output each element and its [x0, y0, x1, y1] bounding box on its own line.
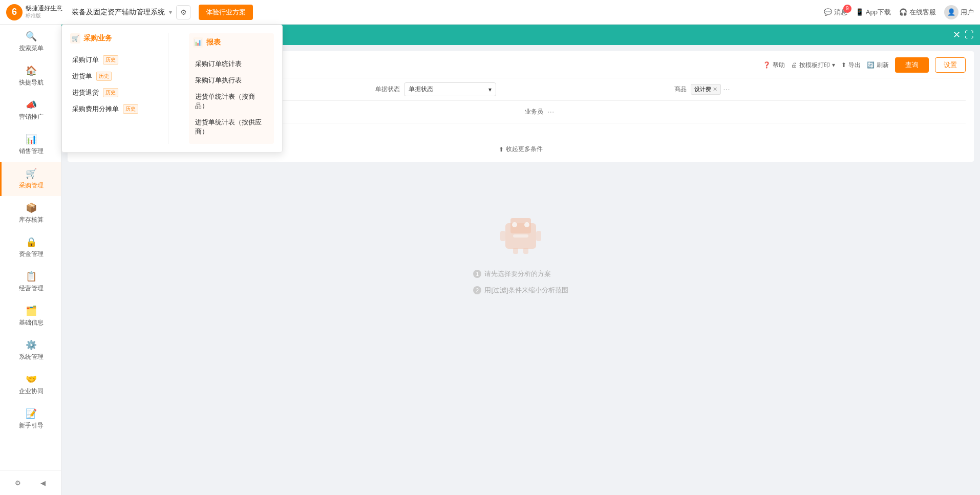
svg-rect-8 — [523, 248, 528, 254]
purchase-icon: 🛒 — [26, 168, 37, 179]
dropdown-overlay: 🛒 采购业务 采购订单 历史 进货单 历史 进货退货 历史 采购费用分摊单 历史 — [61, 25, 283, 153]
enterprise-icon: 🤝 — [26, 374, 37, 385]
settings-btn[interactable]: 设置 — [935, 57, 966, 73]
sidebar-item-sales[interactable]: 📊 销售管理 — [0, 127, 61, 162]
refresh-icon: 🔄 — [867, 61, 875, 69]
doc-status-filter-group: 单据状态 单据状态 ▾ — [375, 82, 667, 96]
app-download-btn[interactable]: 📱 App下载 — [856, 8, 891, 17]
hint1-icon: 1 — [473, 270, 481, 278]
print-arrow-icon: ▾ — [832, 61, 835, 69]
sidebar-collapse-btn[interactable]: ◀ — [36, 476, 50, 490]
sidebar-bottom: ⚙ ◀ — [0, 470, 61, 495]
menu-item-purchase-expense[interactable]: 采购费用分摊单 历史 — [70, 101, 147, 117]
operation-icon: 📋 — [26, 271, 37, 282]
sidebar-settings-btn[interactable]: ⚙ — [11, 476, 25, 490]
hint2-icon: 2 — [473, 286, 481, 294]
collapse-up-icon: ⬆ — [499, 146, 504, 153]
purchase-menu-section: 🛒 采购业务 采购订单 历史 进货单 历史 进货退货 历史 采购费用分摊单 历史 — [70, 33, 147, 144]
industry-btn[interactable]: 体验行业方案 — [199, 5, 253, 20]
menu-item-purchase-order-stat[interactable]: 采购订单统计表 — [193, 56, 270, 72]
tab-expand-icon[interactable]: ⛶ — [965, 30, 974, 40]
inventory-icon: 📦 — [26, 202, 37, 213]
menu-item-receipt-stat-supplier[interactable]: 进货单统计表（按供应商） — [193, 114, 270, 140]
menu-item-receipt-stat-goods[interactable]: 进货单统计表（按商品） — [193, 89, 270, 114]
sidebar-item-purchase[interactable]: 🛒 采购管理 — [0, 162, 61, 196]
menu-item-purchase-order[interactable]: 采购订单 历史 — [70, 52, 147, 68]
svg-rect-4 — [513, 234, 528, 238]
purchase-title-icon: 🛒 — [70, 33, 80, 44]
salesman-more-icon[interactable]: ··· — [547, 107, 554, 117]
purchase-section-title: 🛒 采购业务 — [70, 33, 147, 46]
phone-icon: 📱 — [856, 8, 864, 16]
sidebar-item-operation[interactable]: 📋 经营管理 — [0, 265, 61, 299]
report-section-title: 📊 报表 — [193, 37, 270, 50]
sidebar-item-search[interactable]: 🔍 搜索菜单 — [0, 25, 61, 59]
home-icon: 🏠 — [26, 65, 37, 76]
system-title-area: 装备及固定资产辅助管理系统 ▾ ⚙ 体验行业方案 — [72, 5, 824, 20]
salesman-label: 业务员 — [525, 107, 543, 116]
print-btn[interactable]: 🖨 按模板打印 ▾ — [791, 61, 835, 70]
svg-rect-6 — [536, 231, 541, 241]
hist-tag-return: 历史 — [103, 88, 118, 97]
svg-rect-7 — [513, 248, 518, 254]
help-btn[interactable]: ❓ 帮助 — [763, 61, 785, 70]
hist-tag-purchase-order: 历史 — [103, 55, 118, 64]
doc-status-select[interactable]: 单据状态 ▾ — [404, 82, 496, 96]
dropdown-menu: 🛒 采购业务 采购订单 历史 进货单 历史 进货退货 历史 采购费用分摊单 历史 — [61, 25, 283, 153]
collapse-btn[interactable]: ⬆ 收起更多条件 — [499, 145, 543, 154]
query-btn[interactable]: 查询 — [895, 57, 929, 73]
empty-illustration — [495, 208, 546, 259]
headset-icon: 🎧 — [899, 8, 907, 16]
help-icon: ❓ — [763, 61, 771, 69]
export-btn[interactable]: ⬆ 导出 — [841, 61, 861, 70]
top-right-area: 💬 消息 9 📱 App下载 🎧 在线客服 👤 用户 — [824, 5, 974, 19]
empty-hint1: 请先选择要分析的方案 — [484, 267, 551, 281]
sidebar: 🔍 搜索菜单 🏠 快捷导航 📣 营销推广 📊 销售管理 🛒 采购管理 📦 库存核… — [0, 25, 61, 495]
menu-item-purchase-return[interactable]: 进货退货 历史 — [70, 84, 147, 101]
goods-tag-close-icon[interactable]: ✕ — [713, 86, 717, 93]
export-icon: ⬆ — [841, 61, 846, 69]
basic-icon: 🗂️ — [26, 305, 37, 316]
svg-point-3 — [524, 222, 529, 227]
hist-tag-expense: 历史 — [123, 104, 138, 114]
system-icon: ⚙️ — [26, 339, 37, 351]
user-area[interactable]: 👤 用户 — [944, 5, 974, 19]
message-icon: 💬 — [824, 8, 832, 16]
menu-item-purchase-order-exec[interactable]: 采购订单执行表 — [193, 72, 270, 89]
sidebar-item-enterprise[interactable]: 🤝 企业协同 — [0, 368, 61, 402]
sidebar-item-nav[interactable]: 🏠 快捷导航 — [0, 59, 61, 93]
menu-item-purchase-receipt[interactable]: 进货单 历史 — [70, 68, 147, 84]
sidebar-item-finance[interactable]: 🔒 资金管理 — [0, 230, 61, 265]
menu-divider — [168, 33, 168, 144]
brand-edition: 标准版 — [26, 12, 62, 19]
logo-icon: 6 — [6, 4, 23, 20]
brand-name: 畅捷通好生意 — [26, 5, 62, 13]
search-icon: 🔍 — [26, 31, 37, 42]
logo-area: 6 畅捷通好生意 标准版 — [6, 4, 68, 20]
empty-hint2: 用[过滤]条件来缩小分析范围 — [484, 284, 568, 297]
doc-status-label: 单据状态 — [375, 85, 400, 94]
print-icon: 🖨 — [791, 61, 797, 69]
messages-btn[interactable]: 💬 消息 9 — [824, 8, 847, 17]
top-bar: 6 畅捷通好生意 标准版 装备及固定资产辅助管理系统 ▾ ⚙ 体验行业方案 💬 … — [0, 0, 980, 25]
gear-button[interactable]: ⚙ — [176, 5, 190, 19]
sidebar-item-system[interactable]: ⚙️ 系统管理 — [0, 333, 61, 368]
finance-icon: 🔒 — [26, 236, 37, 248]
marketing-icon: 📣 — [26, 99, 37, 111]
refresh-btn[interactable]: 🔄 刷新 — [867, 61, 889, 70]
tab-bar-actions: ✕ ⛶ — [953, 29, 980, 40]
online-service-btn[interactable]: 🎧 在线客服 — [899, 8, 936, 17]
sidebar-item-basic[interactable]: 🗂️ 基础信息 — [0, 299, 61, 333]
svg-rect-5 — [500, 231, 505, 241]
report-menu-section: 📊 报表 采购订单统计表 采购订单执行表 进货单统计表（按商品） 进货单统计表（… — [189, 33, 274, 144]
sidebar-item-inventory[interactable]: 📦 库存核算 — [0, 196, 61, 230]
tab-close-window-icon[interactable]: ✕ — [953, 29, 961, 40]
message-badge: 9 — [843, 5, 851, 13]
dropdown-arrow-icon[interactable]: ▾ — [169, 9, 172, 16]
avatar: 👤 — [944, 5, 958, 19]
sidebar-item-guide[interactable]: 📝 新手引导 — [0, 402, 61, 436]
sidebar-item-marketing[interactable]: 📣 营销推广 — [0, 93, 61, 127]
goods-more-icon[interactable]: ··· — [723, 85, 730, 94]
guide-icon: 📝 — [26, 408, 37, 419]
hist-tag-receipt: 历史 — [96, 72, 112, 81]
